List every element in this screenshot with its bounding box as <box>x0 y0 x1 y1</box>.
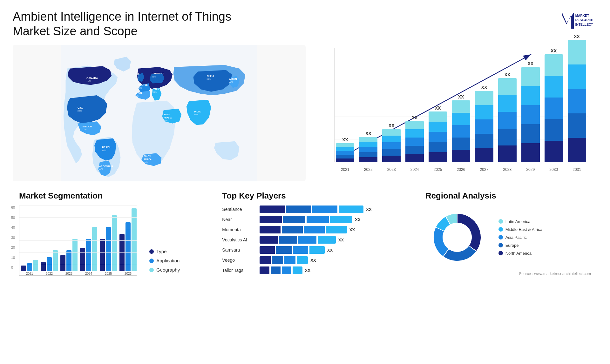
bar-segment <box>336 143 354 147</box>
bar-segment <box>521 67 540 86</box>
header: Ambient Intelligence in Internet of Thin… <box>13 10 597 38</box>
legend-application-dot <box>149 259 154 263</box>
y-tick-60: 60 <box>11 206 15 209</box>
legend-type: Type <box>149 249 180 254</box>
bar-group: XX <box>519 61 541 162</box>
legend-type-dot <box>149 249 154 254</box>
regional-legend-item: North America <box>498 251 542 256</box>
svg-text:SOUTH: SOUTH <box>144 155 151 158</box>
bar-segment <box>475 148 493 162</box>
seg-bar-group: 2023 <box>60 239 78 276</box>
bar-year: 2025 <box>427 167 449 172</box>
player-row: NearXX <box>222 216 406 223</box>
bar-segment <box>521 143 540 162</box>
svg-text:xx%: xx% <box>229 81 233 83</box>
bar-segment <box>336 155 354 158</box>
bar-top-label: XX <box>342 137 348 142</box>
player-bar-segment <box>279 236 297 244</box>
seg-bar <box>125 222 131 271</box>
bar-group: XX <box>543 48 565 162</box>
player-bar-segment <box>282 266 292 274</box>
player-xx-label: XX <box>355 217 360 222</box>
bar-segment <box>475 91 493 105</box>
bar-segment <box>545 54 563 76</box>
bar-year: 2022 <box>357 167 379 172</box>
seg-bar-group: 2026 <box>119 208 137 275</box>
bar-segment <box>498 112 517 129</box>
bar-group: XX <box>404 115 426 162</box>
seg-bar <box>119 234 125 271</box>
bottom-section: Market Segmentation 0 10 20 30 40 50 60 <box>13 188 597 354</box>
bar-segment <box>568 64 586 89</box>
regional-section: Regional Analysis Latin AmericaMiddle Ea… <box>419 188 597 354</box>
svg-text:MARKET: MARKET <box>575 14 589 17</box>
seg-year-label: 2022 <box>46 272 53 275</box>
bar-segment <box>405 129 424 138</box>
bar-year-labels: 2021202220232024202520262027202820292030… <box>334 167 588 172</box>
svg-text:SAUDI: SAUDI <box>164 114 170 116</box>
donut-area: Latin AmericaMiddle East & AfricaAsia Pa… <box>425 206 591 269</box>
seg-bar-group: 2021 <box>21 260 38 276</box>
svg-text:ITALY: ITALY <box>152 88 159 91</box>
svg-text:U.K.: U.K. <box>135 73 139 76</box>
regional-legend-item: Asia Pacific <box>498 235 542 240</box>
bar-segment <box>452 150 470 162</box>
segmentation-section: Market Segmentation 0 10 20 30 40 50 60 <box>13 188 209 354</box>
regional-legend-dot <box>498 219 503 224</box>
bar-segment <box>359 157 377 162</box>
y-tick-0: 0 <box>11 266 15 269</box>
svg-text:BRAZIL: BRAZIL <box>102 146 111 149</box>
segmentation-title: Market Segmentation <box>19 191 203 201</box>
legend-type-label: Type <box>156 249 167 254</box>
seg-bar <box>53 250 58 271</box>
bar-segment <box>336 151 354 155</box>
bar-segment <box>475 134 493 148</box>
bar-segment <box>429 132 447 142</box>
bar-segment <box>521 105 540 124</box>
svg-text:ARABIA: ARABIA <box>164 117 172 119</box>
player-name: Vocalytics AI <box>222 237 257 242</box>
bar-segment <box>359 147 377 152</box>
seg-bar <box>60 255 65 271</box>
bar-group: XX <box>334 137 356 162</box>
player-bar-segment <box>260 226 281 233</box>
player-bar-segment <box>307 216 329 223</box>
bar-segment <box>498 78 517 95</box>
seg-bar-group: 2024 <box>80 227 97 275</box>
player-bar-wrap: XX <box>260 236 344 244</box>
seg-bar <box>47 257 52 271</box>
bar-chart-container: XXXXXXXXXXXXXXXXXXXXXX 20212022202320242… <box>312 45 597 181</box>
donut-segment <box>433 227 449 257</box>
player-name: Veego <box>222 258 257 263</box>
player-bar-segment <box>330 216 352 223</box>
bar-segment <box>475 119 493 134</box>
regional-legend-label: Europe <box>505 243 519 248</box>
player-bar-wrap: XX <box>260 256 316 264</box>
bar-segment <box>568 113 586 138</box>
players-title: Top Key Players <box>222 191 406 201</box>
player-xx-label: XX <box>305 268 310 273</box>
bar-segment <box>405 154 424 162</box>
bar-year: 2029 <box>519 167 541 172</box>
player-bar-segment <box>260 216 282 223</box>
player-bar-segment <box>298 236 316 244</box>
bar-segment <box>405 138 424 146</box>
svg-text:xx%: xx% <box>78 110 82 112</box>
player-bar-segment <box>260 256 271 264</box>
player-bar-segment <box>293 266 302 274</box>
legend-application-label: Application <box>156 258 180 263</box>
player-bar-segment <box>297 256 308 264</box>
player-xx-label: XX <box>366 207 371 212</box>
seg-bar <box>41 262 46 271</box>
bar-top-label: XX <box>389 123 395 128</box>
bar-top-label: XX <box>527 61 533 66</box>
bar-group: XX <box>566 34 588 162</box>
bar-segment <box>498 129 517 145</box>
svg-text:CANADA: CANADA <box>86 77 98 80</box>
regional-legend: Latin AmericaMiddle East & AfricaAsia Pa… <box>498 219 542 256</box>
svg-text:xx%: xx% <box>194 114 198 116</box>
player-bar-segment <box>293 246 308 254</box>
players-section: Top Key Players SentianceXXNearXXMomenta… <box>216 188 412 354</box>
bar-year: 2028 <box>496 167 518 172</box>
regional-legend-dot <box>498 243 503 247</box>
